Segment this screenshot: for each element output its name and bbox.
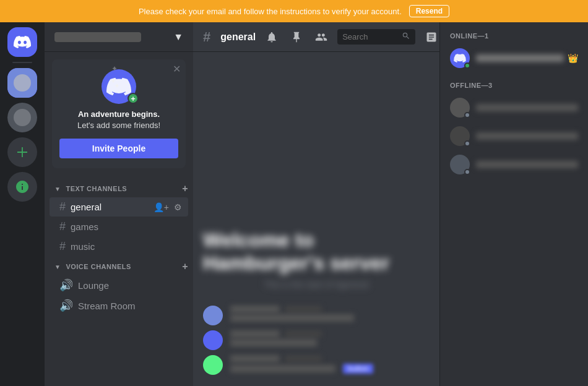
message-header [230, 355, 430, 362]
notification-button[interactable] [263, 28, 280, 46]
table-row: button [203, 354, 430, 376]
channel-name-music: music [71, 241, 183, 252]
channel-settings-button[interactable]: ⚙ [173, 202, 183, 212]
voice-channels-category: ▼ Voice Channels + 🔊 Lounge 🔊 Stream Roo… [45, 259, 193, 315]
text-channels-chevron: ▼ [54, 186, 61, 192]
member-name [476, 132, 578, 140]
member-avatar-wrap [450, 48, 470, 68]
member-status-online [464, 62, 470, 69]
banner-message: Please check your email and follow the i… [139, 7, 402, 16]
channel-item-general[interactable]: # general 👤+ ⚙ [50, 197, 188, 217]
list-item[interactable]: 👑 [445, 45, 583, 72]
voice-channels-chevron: ▼ [54, 264, 61, 270]
welcome-subtitle: This is the start of #general [264, 280, 369, 290]
discord-home-icon[interactable] [7, 27, 37, 57]
crown-icon: 👑 [568, 53, 578, 63]
online-section-title: Online—1 [445, 32, 583, 40]
voice-channels-label: Voice Channels [66, 263, 131, 270]
channel-item-games[interactable]: # games [50, 217, 188, 236]
add-server-button[interactable] [7, 137, 37, 167]
message-content [230, 330, 430, 346]
message-username [230, 330, 280, 338]
add-member-to-channel-button[interactable]: 👤+ [152, 202, 170, 212]
invite-avatar-plus-icon: + [128, 93, 139, 104]
channel-name-games: games [71, 221, 183, 232]
server-sidebar [0, 22, 45, 386]
channel-name-stream-room: Stream Room [78, 301, 183, 311]
avatar-wrap: ✦ ✦ ✦ + [102, 69, 136, 104]
text-channels-category: ▼ Text Channels + # general 👤+ ⚙ # games [45, 181, 193, 256]
text-channels-header[interactable]: ▼ Text Channels + [45, 181, 193, 197]
list-item[interactable] [445, 151, 583, 178]
list-item[interactable] [445, 122, 583, 150]
member-status-offline [464, 140, 470, 147]
explore-servers-button[interactable] [7, 172, 37, 202]
message-timestamp [285, 356, 322, 362]
invite-card-text: An adventure begins. Let's add some frie… [59, 109, 178, 131]
member-avatar-wrap [450, 98, 470, 118]
avatar [203, 355, 223, 375]
message-content: button [230, 355, 430, 374]
offline-section-title: Offline—3 [445, 82, 583, 89]
list-item[interactable] [445, 94, 583, 121]
channel-header: # general [193, 22, 439, 52]
member-name [476, 104, 578, 111]
channel-sidebar: ▼ ✕ ✦ ✦ ✦ + An adventure begins. Let's a… [45, 22, 193, 386]
member-avatar-wrap [450, 126, 470, 146]
speaker-icon-lounge: 🔊 [59, 278, 73, 292]
server-icon-2[interactable] [7, 103, 37, 132]
member-status-offline [464, 112, 470, 118]
channel-name-lounge: Lounge [78, 280, 183, 291]
member-avatar-wrap [450, 155, 470, 174]
hash-icon-general: # [59, 200, 66, 213]
invite-card: ✕ ✦ ✦ ✦ + An adventure begins. Let's add… [52, 59, 186, 168]
message-text [230, 314, 354, 322]
server-divider [12, 62, 32, 63]
member-status-offline [464, 169, 470, 175]
search-bar [337, 29, 415, 45]
add-voice-channel-button[interactable]: + [182, 261, 188, 272]
invite-people-button[interactable]: Invite People [59, 139, 178, 158]
message-action-button[interactable]: button [343, 364, 373, 374]
message-content [230, 306, 430, 322]
message-header [230, 306, 430, 313]
message-username [230, 355, 280, 362]
avatar [203, 330, 223, 350]
server-dropdown-icon: ▼ [173, 32, 183, 43]
member-name-blurred [476, 54, 564, 62]
server-header[interactable]: ▼ [45, 22, 193, 52]
welcome-section: Welcome to Hamburger's server This is th… [203, 229, 430, 290]
main-content: # general [193, 22, 439, 386]
voice-channels-header[interactable]: ▼ Voice Channels + [45, 259, 193, 275]
channel-list: ▼ Text Channels + # general 👤+ ⚙ # games [45, 176, 193, 386]
server-icon-1[interactable] [7, 68, 37, 98]
welcome-title: Welcome to Hamburger's server [203, 229, 430, 275]
avatar [203, 306, 223, 325]
message-text [230, 365, 335, 372]
members-button[interactable] [313, 28, 330, 46]
invite-card-close-button[interactable]: ✕ [173, 64, 181, 74]
search-input[interactable] [342, 32, 398, 41]
resend-button[interactable]: Resend [409, 5, 449, 17]
members-sidebar: Online—1 👑 Offline—3 [439, 22, 588, 386]
speaker-icon-stream-room: 🔊 [59, 299, 73, 312]
app-body: ▼ ✕ ✦ ✦ ✦ + An adventure begins. Let's a… [0, 22, 588, 386]
verification-banner: Please check your email and follow the i… [0, 0, 588, 22]
channel-item-music[interactable]: # music [50, 237, 188, 256]
table-row [203, 329, 430, 351]
message-timestamp [285, 306, 322, 312]
channel-actions-general: 👤+ ⚙ [152, 202, 183, 212]
channel-name-general: general [71, 202, 152, 212]
inbox-button[interactable] [423, 28, 439, 46]
message-username [230, 306, 280, 313]
channel-header-name: general [220, 32, 256, 43]
hash-icon-music: # [59, 240, 66, 253]
add-text-channel-button[interactable]: + [182, 183, 188, 194]
channel-item-stream-room[interactable]: 🔊 Stream Room [50, 296, 188, 315]
search-icon [402, 32, 410, 42]
channel-item-lounge[interactable]: 🔊 Lounge [50, 275, 188, 295]
member-name [476, 161, 578, 168]
hash-icon-games: # [59, 220, 66, 233]
pin-button[interactable] [288, 28, 305, 46]
message-text [230, 339, 317, 346]
